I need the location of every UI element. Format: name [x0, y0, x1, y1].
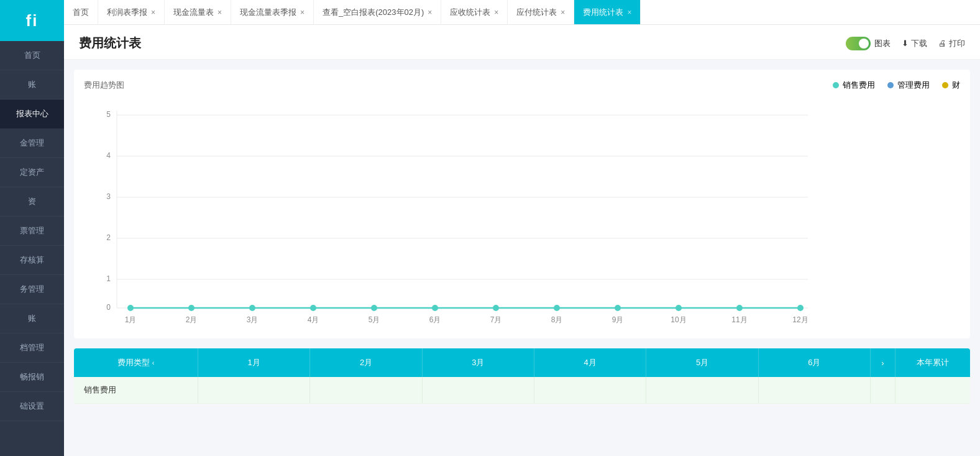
svg-text:9月: 9月 — [612, 315, 624, 324]
svg-text:4月: 4月 — [308, 315, 319, 324]
svg-point-14 — [188, 305, 195, 311]
svg-point-20 — [554, 305, 560, 311]
page-title: 费用统计表 — [79, 35, 141, 52]
page-header: 费用统计表 图表 ⬇ 下载 🖨 打印 — [64, 25, 980, 60]
legend-dot-finance — [942, 82, 948, 88]
svg-point-13 — [127, 305, 134, 311]
svg-text:1: 1 — [106, 274, 111, 283]
th-month-3: 3月 — [423, 348, 534, 377]
sidebar-item-home[interactable]: 首页 — [0, 41, 64, 70]
svg-text:2月: 2月 — [186, 315, 198, 324]
tab-close-cashflow-quarterly[interactable]: × — [300, 8, 305, 17]
th-month-2: 2月 — [310, 348, 422, 377]
svg-text:3: 3 — [106, 192, 111, 201]
print-icon: 🖨 — [938, 39, 946, 48]
svg-text:4: 4 — [106, 151, 111, 160]
table-header: 费用类型 ‹ 1月 2月 3月 4月 5月 — [74, 348, 970, 377]
svg-text:7月: 7月 — [490, 315, 502, 324]
legend-dot-admin — [887, 82, 894, 88]
td-m3 — [423, 377, 534, 403]
chart-toggle-wrap: 图表 — [846, 37, 891, 50]
sidebar-item-inventory[interactable]: 存核算 — [0, 246, 64, 275]
sidebar-item-settings[interactable]: 础设置 — [0, 392, 64, 421]
sidebar-item-expense[interactable]: 畅报销 — [0, 363, 64, 392]
svg-text:10月: 10月 — [671, 315, 686, 324]
print-button[interactable]: 🖨 打印 — [938, 38, 965, 49]
th-month-1: 1月 — [198, 348, 310, 377]
th-ytd: 本年累计 — [895, 348, 970, 377]
td-m2 — [310, 377, 422, 403]
svg-point-18 — [432, 305, 438, 311]
download-button[interactable]: ⬇ 下载 — [902, 38, 927, 49]
sidebar-item-cash-mgmt[interactable]: 金管理 — [0, 129, 64, 158]
tab-payable[interactable]: 应付统计表 × — [508, 0, 574, 25]
tab-close-receivable[interactable]: × — [494, 8, 498, 17]
th-month-5: 5月 — [646, 348, 758, 377]
download-icon: ⬇ — [902, 39, 909, 48]
sidebar-item-capital[interactable]: 资 — [0, 187, 64, 216]
sidebar-item-account[interactable]: 账 — [0, 70, 64, 100]
sidebar-item-reports[interactable]: 报表中心 — [0, 100, 64, 129]
th-month-6: 6月 — [759, 348, 871, 377]
toggle-label: 图表 — [874, 38, 891, 49]
svg-text:11月: 11月 — [731, 315, 747, 324]
svg-point-17 — [371, 305, 377, 311]
svg-text:2: 2 — [106, 233, 111, 242]
tab-close-cashflow[interactable]: × — [218, 8, 222, 17]
td-expense-type: 销售费用 — [74, 377, 198, 403]
svg-text:5月: 5月 — [369, 315, 380, 324]
header-actions: 图表 ⬇ 下载 🖨 打印 — [846, 37, 965, 50]
svg-text:0: 0 — [106, 303, 111, 312]
td-m1 — [198, 377, 310, 403]
legend-label-admin: 管理费用 — [897, 80, 930, 91]
svg-point-16 — [310, 305, 316, 311]
svg-point-24 — [797, 305, 804, 311]
tab-blank-report[interactable]: 查看_空白报表(2023年02月) × — [314, 0, 441, 25]
main-area: 首页 利润表季报 × 现金流量表 × 现金流量表季报 × 查看_空白报表(202… — [64, 0, 980, 456]
svg-point-15 — [249, 305, 255, 311]
svg-text:8月: 8月 — [551, 315, 563, 324]
th-expense-type: 费用类型 ‹ — [74, 348, 198, 377]
td-m4 — [534, 377, 646, 403]
chart-title: 费用趋势图 — [84, 80, 124, 91]
sidebar: fi 首页 账 报表中心 金管理 定资产 资 票管理 存核算 务管理 账 档管理… — [0, 0, 64, 456]
expense-table: 费用类型 ‹ 1月 2月 3月 4月 5月 — [74, 348, 970, 404]
tab-close-payable[interactable]: × — [561, 8, 565, 17]
th-arrow-left[interactable]: ‹ — [152, 359, 155, 366]
svg-text:5: 5 — [106, 110, 111, 119]
svg-text:12月: 12月 — [792, 315, 808, 324]
tab-cashflow-quarterly[interactable]: 现金流量表季报 × — [231, 0, 314, 25]
tab-home[interactable]: 首页 — [64, 0, 98, 25]
tab-profit-quarterly[interactable]: 利润表季报 × — [98, 0, 165, 25]
legend-label-sales: 销售费用 — [843, 80, 875, 91]
th-month-4: 4月 — [534, 348, 646, 377]
tab-close-profit-quarterly[interactable]: × — [151, 8, 155, 17]
tab-receivable[interactable]: 应收统计表 × — [441, 0, 508, 25]
chart-legend: 销售费用 管理费用 财 — [833, 80, 960, 91]
td-ytd — [895, 377, 970, 403]
legend-label-finance: 财 — [952, 80, 960, 91]
svg-point-22 — [675, 305, 682, 311]
tab-expense-stats[interactable]: 费用统计表 × — [574, 0, 641, 25]
svg-point-19 — [493, 305, 499, 311]
svg-text:6月: 6月 — [429, 315, 441, 324]
line-chart-svg: 5 4 3 2 1 0 — [84, 98, 960, 328]
tab-bar: 首页 利润表季报 × 现金流量表 × 现金流量表季报 × 查看_空白报表(202… — [64, 0, 980, 25]
td-m6 — [759, 377, 871, 403]
svg-point-23 — [736, 305, 743, 311]
sidebar-item-ledger[interactable]: 账 — [0, 304, 64, 333]
sidebar-item-archive[interactable]: 档管理 — [0, 333, 64, 363]
th-nav-next[interactable]: › — [871, 348, 895, 377]
legend-sales: 销售费用 — [833, 80, 875, 91]
sidebar-item-service[interactable]: 务管理 — [0, 275, 64, 304]
chart-card: 费用趋势图 销售费用 管理费用 财 — [74, 70, 970, 338]
svg-text:1月: 1月 — [125, 315, 137, 324]
table-row: 销售费用 — [74, 377, 970, 404]
sidebar-item-fixed-assets[interactable]: 定资产 — [0, 158, 64, 187]
tab-cashflow[interactable]: 现金流量表 × — [165, 0, 231, 25]
tab-close-expense-stats[interactable]: × — [627, 8, 631, 17]
sidebar-item-invoice[interactable]: 票管理 — [0, 216, 64, 246]
chart-toggle[interactable] — [846, 37, 871, 50]
legend-finance: 财 — [942, 80, 960, 91]
tab-close-blank-report[interactable]: × — [428, 8, 432, 17]
